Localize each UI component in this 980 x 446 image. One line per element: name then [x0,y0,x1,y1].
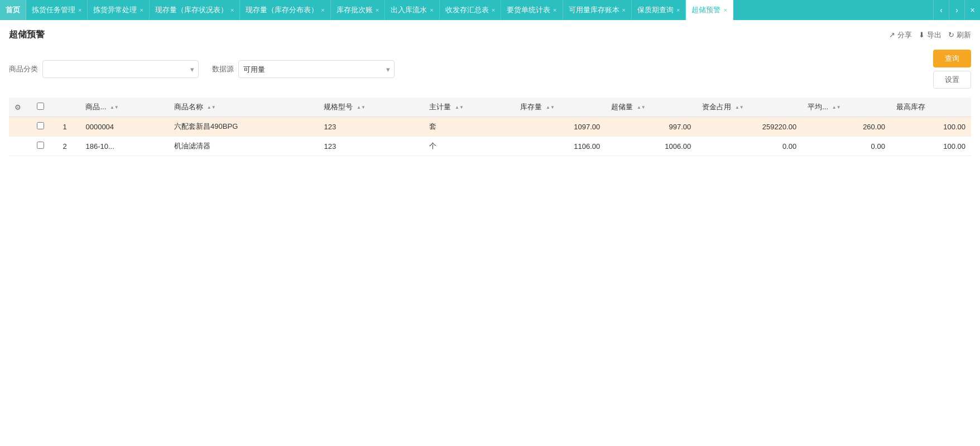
nav-tab-2[interactable]: 现存量（库存状况表） × [150,0,240,20]
sort-icon-unit: ▲▼ [455,105,464,110]
nav-arrow-left[interactable]: ‹ [933,0,949,20]
sort-icon-avg: ▲▼ [832,105,841,110]
header-actions: ↗ 分享 ⬇ 导出 ↻ 刷新 [889,30,971,40]
sort-icon-overstock: ▲▼ [637,105,646,110]
td-settings-1 [9,137,31,156]
td-code-1: 186-10... [80,137,169,156]
nav-arrow-right[interactable]: › [949,0,964,20]
close-tab-7[interactable]: × [553,7,556,13]
td-stock-0: 1097.00 [515,117,606,137]
th-spec[interactable]: 规格型号 ▲▼ [318,98,424,117]
filter-category: 商品分类 [9,60,199,78]
nav-arrows: ‹ › × [933,0,980,20]
refresh-button[interactable]: ↻ 刷新 [948,30,971,40]
td-spec-0: 123 [318,117,424,137]
nav-tab-9[interactable]: 保质期查询 × [632,0,686,20]
row-checkbox-1[interactable] [37,142,44,149]
datasource-select[interactable]: 可用量 库存量 [238,60,395,78]
td-spec-1: 123 [318,137,424,156]
td-num-1: 2 [50,137,80,156]
close-tab-1[interactable]: × [140,7,143,13]
close-tab-9[interactable]: × [676,7,680,13]
filter-datasource: 数据源 可用量 库存量 [212,60,395,78]
export-icon: ⬇ [919,31,925,39]
filter-buttons: 查询 设置 [933,50,971,89]
nav-tab-4[interactable]: 库存批次账 × [331,0,385,20]
settings-button[interactable]: 设置 [933,71,971,89]
td-max-stock-1: 100.00 [891,137,971,156]
td-capital-0: 259220.00 [696,117,802,137]
row-checkbox-0[interactable] [37,122,44,129]
page-header: 超储预警 ↗ 分享 ⬇ 导出 ↻ 刷新 [9,29,971,41]
th-checkbox [31,98,50,117]
nav-arrow-close[interactable]: × [964,0,980,20]
table-row: 1 0000004 六配套新昌490BPG 123 套 1097.00 997.… [9,117,971,137]
td-unit-1: 个 [424,137,515,156]
td-checkbox-1 [31,137,50,156]
nav-tab-5[interactable]: 出入库流水 × [385,0,439,20]
select-all-checkbox[interactable] [37,103,44,110]
refresh-icon: ↻ [948,31,954,39]
td-checkbox-0 [31,117,50,137]
th-row-num [50,98,80,117]
query-button[interactable]: 查询 [933,50,971,67]
table-header: ⚙ 商品... ▲▼ 商品名称 ▲▼ 规格型号 ▲▼ [9,98,971,117]
nav-tab-7[interactable]: 要货单统计表 × [501,0,563,20]
table-row: 2 186-10... 机油滤清器 123 个 1106.00 1006.00 … [9,137,971,156]
td-avg-0: 260.00 [802,117,891,137]
nav-tab-6[interactable]: 收发存汇总表 × [440,0,501,20]
th-overstock[interactable]: 超储量 ▲▼ [606,98,696,117]
td-settings-0 [9,117,31,137]
close-tab-10[interactable]: × [723,7,727,13]
close-tab-0[interactable]: × [78,7,81,13]
export-button[interactable]: ⬇ 导出 [919,30,941,40]
share-button[interactable]: ↗ 分享 [889,30,912,40]
th-max-stock[interactable]: 最高库存 [891,98,971,117]
category-select-wrap [42,60,199,78]
datasource-label: 数据源 [212,64,234,74]
th-stock[interactable]: 库存量 ▲▼ [515,98,606,117]
data-table: ⚙ 商品... ▲▼ 商品名称 ▲▼ 规格型号 ▲▼ [9,98,971,156]
category-label: 商品分类 [9,64,38,74]
nav-tab-1[interactable]: 拣货异常处理 × [88,0,149,20]
close-tab-4[interactable]: × [376,7,379,13]
close-tab-5[interactable]: × [430,7,433,13]
sort-icon-stock: ▲▼ [546,105,555,110]
td-name-0: 六配套新昌490BPG [169,117,318,137]
td-avg-1: 0.00 [802,137,891,156]
table-body: 1 0000004 六配套新昌490BPG 123 套 1097.00 997.… [9,117,971,156]
td-stock-1: 1106.00 [515,137,606,156]
sort-icon-name: ▲▼ [207,105,216,110]
nav-tab-0[interactable]: 拣货任务管理 × [26,0,88,20]
close-tab-2[interactable]: × [230,7,234,13]
th-name[interactable]: 商品名称 ▲▼ [169,98,318,117]
close-tab-8[interactable]: × [622,7,626,13]
page-title: 超储预警 [9,29,45,41]
sort-icon-code: ▲▼ [110,105,119,110]
close-tab-6[interactable]: × [492,7,495,13]
close-tab-3[interactable]: × [321,7,324,13]
td-unit-0: 套 [424,117,515,137]
share-icon: ↗ [889,31,895,39]
sort-icon-spec: ▲▼ [357,105,366,110]
th-code[interactable]: 商品... ▲▼ [80,98,169,117]
td-overstock-1: 1006.00 [606,137,696,156]
nav-tab-10[interactable]: 超储预警 × [686,0,733,20]
gear-icon[interactable]: ⚙ [15,103,21,112]
td-max-stock-0: 100.00 [891,117,971,137]
top-nav: 首页 拣货任务管理 × 拣货异常处理 × 现存量（库存状况表） × 现存量（库存… [0,0,980,20]
th-settings: ⚙ [9,98,31,117]
datasource-select-wrap: 可用量 库存量 [238,60,395,78]
category-select[interactable] [42,60,199,78]
nav-tab-3[interactable]: 现存量（库存分布表） × [240,0,330,20]
td-code-0: 0000004 [80,117,169,137]
th-avg[interactable]: 平均... ▲▼ [802,98,891,117]
td-overstock-0: 997.00 [606,117,696,137]
td-capital-1: 0.00 [696,137,802,156]
main-content: 超储预警 ↗ 分享 ⬇ 导出 ↻ 刷新 商品分类 [0,20,980,446]
td-num-0: 1 [50,117,80,137]
nav-home[interactable]: 首页 [0,0,26,20]
th-unit[interactable]: 主计量 ▲▼ [424,98,515,117]
nav-tab-8[interactable]: 可用量库存账本 × [563,0,632,20]
th-capital[interactable]: 资金占用 ▲▼ [696,98,802,117]
